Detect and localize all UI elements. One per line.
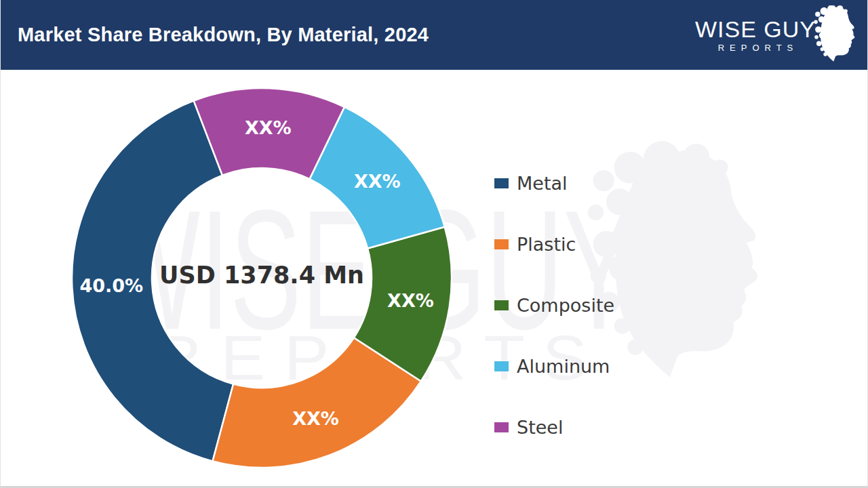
legend-item-aluminum: Aluminum (494, 357, 614, 375)
chart-legend: MetalPlasticCompositeAluminumSteel (494, 174, 614, 479)
logo-text: WISE GUY REPORTS (695, 18, 816, 52)
report-chart-page: WISE GUY R E P O R T S Market Share Brea… (0, 0, 868, 488)
legend-swatch-plastic (494, 239, 509, 249)
chart-center-value: USD 1378.4 Mn (126, 261, 397, 289)
donut-label-steel: XX% (245, 117, 292, 138)
legend-item-plastic: Plastic (494, 235, 614, 253)
legend-swatch-metal (494, 178, 509, 188)
wiseguy-logo: WISE GUY REPORTS (695, 5, 861, 65)
donut-label-plastic: XX% (292, 408, 339, 429)
legend-swatch-composite (494, 300, 509, 310)
logo-brand-name: WISE GUY (695, 18, 816, 41)
donut-chart: 40.0%XX%XX%XX%XX% (1, 0, 868, 488)
donut-label-aluminum: XX% (354, 171, 401, 192)
legend-item-metal: Metal (494, 174, 614, 192)
legend-label-plastic: Plastic (517, 235, 576, 253)
legend-label-metal: Metal (517, 174, 568, 192)
donut-label-composite: XX% (387, 290, 434, 311)
page-title: Market Share Breakdown, By Material, 202… (18, 24, 429, 46)
legend-item-composite: Composite (494, 296, 614, 314)
legend-swatch-steel (494, 422, 509, 432)
legend-swatch-aluminum (494, 361, 509, 371)
logo-face-icon (812, 5, 861, 65)
legend-item-steel: Steel (494, 418, 614, 436)
legend-label-composite: Composite (517, 296, 614, 314)
legend-label-steel: Steel (517, 418, 563, 436)
header-bar: Market Share Breakdown, By Material, 202… (1, 0, 867, 70)
legend-label-aluminum: Aluminum (517, 357, 610, 375)
logo-brand-subtitle: REPORTS (713, 43, 799, 52)
